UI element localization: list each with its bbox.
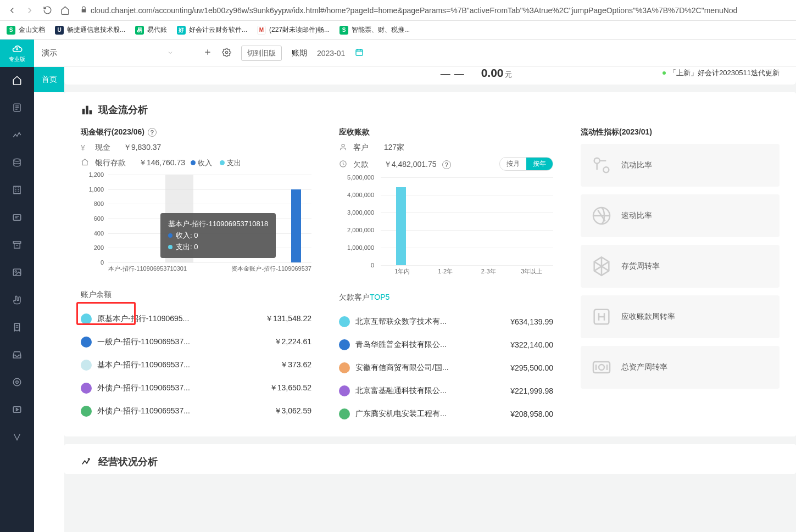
account-name: 外债户-招行-1109069537... — [97, 406, 269, 416]
customer-amount: ¥295,500.00 — [510, 363, 553, 372]
customer-row[interactable]: 安徽有信商贸有限公司/国...¥295,500.00 — [339, 356, 553, 379]
toggle-month[interactable]: 按月 — [500, 158, 526, 170]
metric-icon — [591, 205, 613, 227]
rail-v-icon[interactable] — [12, 432, 23, 443]
customer-row[interactable]: 北京互帮联众数字技术有...¥634,139.99 — [339, 310, 553, 333]
calendar-icon[interactable] — [355, 48, 364, 58]
account-name: 一般户-招行-1109069537... — [97, 337, 269, 347]
liquidity-heading: 流动性指标(2023/01) — [581, 127, 780, 137]
browser-toolbar: cloud.chanjet.com/accounting/uw1eb00zy96… — [0, 0, 796, 21]
url-bar[interactable]: cloud.chanjet.com/accounting/uw1eb00zy96… — [75, 2, 792, 19]
customer-row[interactable]: 广东腾安机电安装工程有...¥208,958.00 — [339, 402, 553, 425]
account-row[interactable]: 一般户-招行-1109069537...￥2,224.61 — [81, 331, 311, 354]
cashflow-title: 现金流分析 — [81, 103, 780, 116]
user-icon — [339, 143, 348, 153]
rail-tax-icon[interactable] — [12, 212, 23, 223]
help-icon[interactable]: ? — [148, 128, 157, 137]
cloud-icon — [11, 43, 23, 54]
rail-picture-icon[interactable] — [12, 267, 23, 278]
customer-row[interactable]: 北京富基融通科技有限公...¥221,999.98 — [339, 379, 553, 402]
account-row[interactable]: 外债户-招行-1109069537...￥3,062.59 — [81, 400, 311, 423]
chevron-down-icon — [167, 49, 174, 58]
summary-value: 0.00 — [481, 67, 504, 79]
bookmark-item[interactable]: 好好会计云财务软件... — [177, 25, 247, 35]
customer-amount: ¥634,139.99 — [510, 317, 553, 326]
chart-legend: 收入 支出 — [191, 158, 241, 168]
nav-reload-icon[interactable] — [40, 3, 55, 18]
account-badge-icon — [81, 313, 92, 324]
rail-home-icon[interactable] — [12, 75, 23, 86]
top-summary-strip: — — 0.00元 「上新」好会计20230511迭代更新 — [64, 67, 796, 85]
rail-building-icon[interactable] — [12, 184, 23, 195]
customer-badge-icon — [339, 362, 350, 373]
metric-card[interactable]: 流动比率 — [581, 144, 780, 187]
ar-aging-chart[interactable]: 5,000,000 4,000,000 3,000,000 2,000,000 … — [339, 177, 553, 282]
trend-icon — [81, 456, 93, 468]
account-row[interactable]: 原基本户-招行-11090695...￥131,548.22 — [81, 307, 311, 331]
bookmark-item[interactable]: M(227封未读邮件)畅... — [257, 25, 330, 35]
old-version-button[interactable]: 切到旧版 — [241, 46, 282, 61]
metric-card[interactable]: 应收账款周转率 — [581, 295, 780, 338]
svg-point-23 — [599, 365, 604, 370]
metric-label: 流动比率 — [621, 160, 652, 170]
nav-back-icon[interactable] — [4, 3, 20, 18]
account-badge-icon — [81, 360, 92, 371]
cash-bank-chart[interactable]: 1,200 1,000 800 600 400 200 0 — [81, 175, 311, 279]
metric-label: 应收账款周转率 — [621, 312, 675, 322]
rail-video-icon[interactable] — [12, 404, 23, 415]
period-toggle[interactable]: 按月 按年 — [499, 157, 553, 171]
customer-amount: ¥208,958.00 — [510, 410, 553, 418]
deposit-value: ￥146,760.73 — [139, 158, 185, 168]
bookmark-item[interactable]: 易易代账 — [135, 25, 167, 35]
customer-count: 127家 — [384, 143, 404, 153]
period-value[interactable]: 2023-01 — [317, 49, 345, 58]
rail-inbox-icon[interactable] — [12, 349, 23, 360]
svg-point-18 — [594, 158, 600, 164]
metric-card[interactable]: 速动比率 — [581, 194, 780, 237]
toggle-year[interactable]: 按年 — [526, 158, 553, 170]
account-row[interactable]: 基本户-招行-1109069537...￥373.62 — [81, 354, 311, 377]
cash-value: ￥9,830.37 — [124, 143, 162, 153]
metric-icon — [591, 356, 613, 378]
svg-point-3 — [14, 159, 20, 161]
bar-in — [291, 189, 301, 262]
bookmark-item[interactable]: S智能票、财、税推... — [339, 25, 410, 35]
app-logo[interactable]: 专业版 — [0, 40, 34, 67]
customer-name: 北京互帮联众数字技术有... — [355, 317, 505, 327]
bookmark-icon: 好 — [177, 26, 186, 35]
account-amount: ￥13,650.52 — [270, 383, 311, 393]
yen-icon: ¥ — [81, 143, 90, 152]
rail-archive-icon[interactable] — [12, 239, 23, 250]
svg-point-10 — [16, 381, 19, 384]
update-notice[interactable]: 「上新」好会计20230511迭代更新 — [663, 68, 780, 78]
summary-dashes: — — — [441, 68, 465, 80]
nav-home-icon[interactable] — [57, 3, 73, 18]
rail-chart-icon[interactable] — [12, 130, 23, 141]
bookmark-icon: 易 — [135, 26, 144, 35]
rail-receipt-icon[interactable] — [12, 322, 23, 333]
account-name: 基本户-招行-1109069537... — [97, 360, 275, 370]
svg-point-19 — [603, 167, 609, 172]
customer-badge-icon — [339, 339, 350, 350]
metric-card[interactable]: 总资产周转率 — [581, 346, 780, 389]
left-nav-rail — [0, 67, 34, 532]
rail-hand-icon[interactable] — [12, 294, 23, 305]
company-selector[interactable]: 演示 — [34, 48, 190, 58]
bookmark-item[interactable]: S金山文档 — [7, 25, 45, 35]
rail-money-icon[interactable] — [12, 157, 23, 168]
metric-card[interactable]: 存货周转率 — [581, 245, 780, 288]
customer-name: 广东腾安机电安装工程有... — [355, 409, 505, 419]
rail-doc-icon[interactable] — [12, 102, 23, 113]
metric-label: 速动比率 — [621, 211, 652, 221]
plus-icon[interactable] — [203, 48, 212, 58]
account-row[interactable]: 外债户-招行-1109069537...￥13,650.52 — [81, 377, 311, 400]
account-name: 外债户-招行-1109069537... — [97, 383, 264, 393]
rail-settings-icon[interactable] — [12, 377, 23, 388]
customer-row[interactable]: 青岛华胜普金科技有限公...¥322,140.00 — [339, 333, 553, 356]
top5-heading: 欠款客户TOP5 — [339, 293, 553, 303]
help-icon[interactable]: ? — [442, 160, 451, 169]
gear-icon[interactable] — [222, 48, 231, 59]
tab-home[interactable]: 首页 — [34, 67, 64, 92]
bookmark-item[interactable]: U畅捷通信息技术股... — [55, 25, 125, 35]
tab-column: 首页 — [34, 67, 64, 532]
